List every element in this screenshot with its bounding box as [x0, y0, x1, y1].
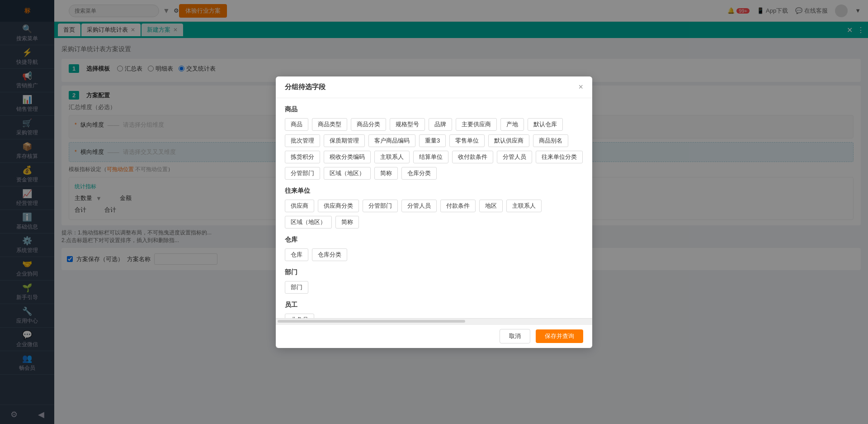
field-group-3: 部门部门 — [285, 268, 583, 294]
field-tags-2: 仓库仓库分类 — [285, 248, 583, 261]
modal-close-btn[interactable]: × — [578, 82, 583, 92]
field-group-2: 仓库仓库仓库分类 — [285, 236, 583, 261]
field-tag-0-6[interactable]: 产地 — [500, 118, 524, 131]
field-tag-0-3[interactable]: 规格型号 — [390, 118, 425, 131]
confirm-button[interactable]: 保存并查询 — [536, 329, 583, 343]
field-tag-0-0[interactable]: 商品 — [285, 118, 308, 131]
field-tag-0-10[interactable]: 客户商品编码 — [368, 134, 415, 147]
field-tag-0-8[interactable]: 批次管理 — [285, 134, 320, 147]
field-tag-2-0[interactable]: 仓库 — [285, 248, 308, 261]
horizontal-scrollbar[interactable] — [278, 320, 465, 323]
modal-body: 商品商品商品类型商品分类规格型号品牌主要供应商产地默认仓库批次管理保质期管理客户… — [276, 98, 592, 318]
field-tag-0-11[interactable]: 重量3 — [419, 134, 446, 147]
field-tag-0-13[interactable]: 默认供应商 — [488, 134, 529, 147]
field-tag-0-2[interactable]: 商品分类 — [351, 118, 386, 131]
field-tag-2-1[interactable]: 仓库分类 — [312, 248, 347, 261]
field-group-title-3: 部门 — [285, 268, 583, 276]
field-tag-1-5[interactable]: 地区 — [479, 200, 503, 212]
field-tag-0-4[interactable]: 品牌 — [429, 118, 452, 131]
field-tag-0-21[interactable]: 往来单位分类 — [536, 151, 583, 163]
field-tag-0-12[interactable]: 零售单位 — [449, 134, 485, 147]
field-tag-1-3[interactable]: 分管人员 — [401, 200, 437, 212]
field-tag-1-2[interactable]: 分管部门 — [363, 200, 398, 212]
field-tag-4-0[interactable]: 业务员 — [285, 314, 314, 318]
field-tag-3-0[interactable]: 部门 — [285, 281, 308, 294]
field-tag-0-14[interactable]: 商品别名 — [533, 134, 568, 147]
field-group-title-2: 仓库 — [285, 236, 583, 244]
field-tags-0: 商品商品类型商品分类规格型号品牌主要供应商产地默认仓库批次管理保质期管理客户商品… — [285, 118, 583, 180]
field-tag-0-9[interactable]: 保质期管理 — [324, 134, 365, 147]
field-tags-4: 业务员 — [285, 314, 583, 318]
field-tag-0-18[interactable]: 结算单位 — [413, 151, 448, 163]
modal: 分组待选字段 × 商品商品商品类型商品分类规格型号品牌主要供应商产地默认仓库批次… — [276, 76, 592, 348]
field-tag-1-8[interactable]: 简称 — [335, 216, 359, 229]
field-tag-0-7[interactable]: 默认仓库 — [528, 118, 563, 131]
field-tag-1-6[interactable]: 主联系人 — [506, 200, 542, 212]
field-tag-0-1[interactable]: 商品类型 — [312, 118, 347, 131]
field-tag-0-20[interactable]: 分管人员 — [497, 151, 532, 163]
field-tags-3: 部门 — [285, 281, 583, 294]
modal-hscroll — [276, 318, 592, 324]
field-tag-1-7[interactable]: 区域（地区） — [285, 216, 332, 229]
field-tag-0-22[interactable]: 分管部门 — [285, 167, 320, 180]
modal-title: 分组待选字段 — [285, 83, 326, 91]
field-group-0: 商品商品商品类型商品分类规格型号品牌主要供应商产地默认仓库批次管理保质期管理客户… — [285, 105, 583, 180]
field-tags-1: 供应商供应商分类分管部门分管人员付款条件地区主联系人区域（地区）简称 — [285, 200, 583, 229]
field-tag-0-24[interactable]: 简称 — [374, 167, 398, 180]
field-tag-1-1[interactable]: 供应商分类 — [318, 200, 359, 212]
field-tag-0-19[interactable]: 收付款条件 — [452, 151, 493, 163]
field-tag-0-25[interactable]: 仓库分类 — [401, 167, 437, 180]
field-group-title-0: 商品 — [285, 105, 583, 114]
cancel-button[interactable]: 取消 — [500, 329, 530, 343]
field-group-4: 员工业务员 — [285, 301, 583, 318]
field-group-title-1: 往来单位 — [285, 187, 583, 195]
field-tag-0-15[interactable]: 拣货积分 — [285, 151, 320, 163]
field-group-title-4: 员工 — [285, 301, 583, 309]
field-tag-1-0[interactable]: 供应商 — [285, 200, 314, 212]
field-tag-1-4[interactable]: 付款条件 — [440, 200, 476, 212]
modal-header: 分组待选字段 × — [276, 76, 592, 98]
field-tag-0-17[interactable]: 主联系人 — [374, 151, 410, 163]
field-tag-0-5[interactable]: 主要供应商 — [456, 118, 497, 131]
field-group-1: 往来单位供应商供应商分类分管部门分管人员付款条件地区主联系人区域（地区）简称 — [285, 187, 583, 229]
field-tag-0-23[interactable]: 区域（地区） — [324, 167, 371, 180]
field-tag-0-16[interactable]: 税收分类编码 — [324, 151, 371, 163]
modal-overlay: 分组待选字段 × 商品商品商品类型商品分类规格型号品牌主要供应商产地默认仓库批次… — [0, 0, 868, 424]
modal-footer: 取消 保存并查询 — [276, 324, 592, 348]
